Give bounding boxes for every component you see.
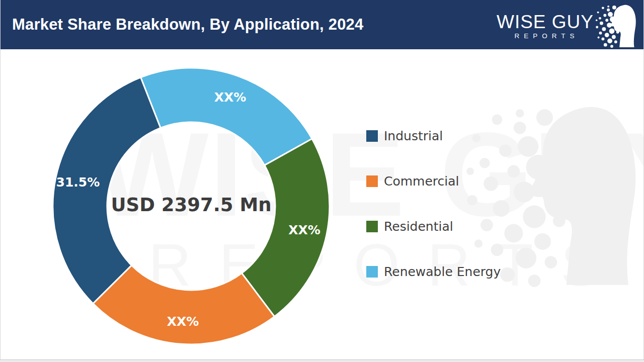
legend-label: Renewable Energy xyxy=(384,264,501,279)
segment-value-label-commercial: XX% xyxy=(167,314,199,329)
wiseguy-face-icon xyxy=(587,4,637,48)
logo: WISE GUY REPORTS xyxy=(497,4,637,48)
legend-swatch xyxy=(366,175,378,187)
legend-swatch xyxy=(366,266,378,278)
segment-value-label-residential: XX% xyxy=(288,223,320,237)
legend-label: Commercial xyxy=(384,174,459,189)
legend-label: Residential xyxy=(384,219,453,234)
page: Market Share Breakdown, By Application, … xyxy=(0,0,644,362)
legend: IndustrialCommercialResidentialRenewable… xyxy=(366,130,501,311)
legend-item-residential: Residential xyxy=(366,220,501,232)
page-title: Market Share Breakdown, By Application, … xyxy=(0,16,364,34)
legend-swatch xyxy=(366,221,378,232)
bottom-strip xyxy=(0,359,644,362)
logo-wiseguy-text: WISE GUY xyxy=(497,13,594,32)
legend-swatch xyxy=(366,130,378,142)
legend-label: Industrial xyxy=(384,129,443,143)
donut-segment-renewable-energy xyxy=(141,68,312,165)
segment-value-label-renewable-energy: XX% xyxy=(214,90,247,105)
center-value-label: USD 2397.5 Mn xyxy=(65,194,317,216)
logo-wordmark: WISE GUY REPORTS xyxy=(497,13,594,40)
legend-item-industrial: Industrial xyxy=(366,130,501,142)
segment-value-label-industrial: 31.5% xyxy=(56,175,100,190)
logo-reports-text: REPORTS xyxy=(511,32,579,40)
legend-item-renewable-energy: Renewable Energy xyxy=(366,265,501,278)
legend-item-commercial: Commercial xyxy=(366,175,501,187)
header: Market Share Breakdown, By Application, … xyxy=(0,0,644,49)
donut-segment-industrial xyxy=(53,77,160,304)
